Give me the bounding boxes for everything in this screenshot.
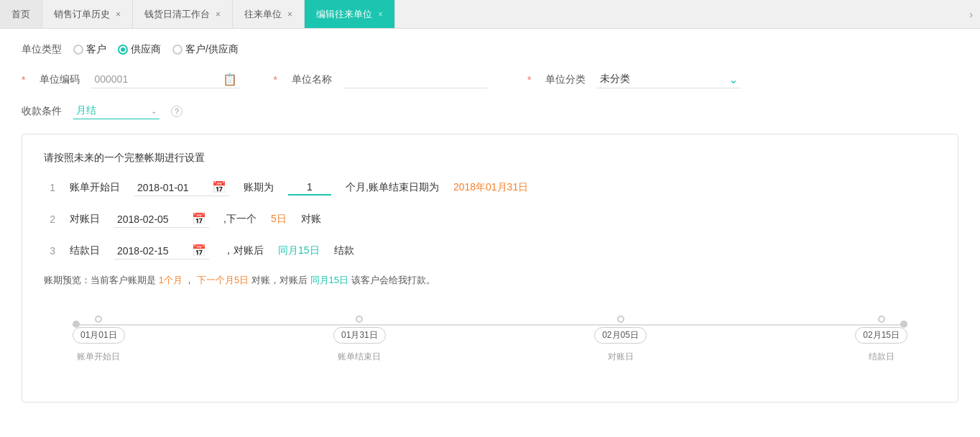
row-2-cal-icon[interactable]: 📅: [192, 212, 206, 226]
payment-label: 收款条件: [22, 105, 62, 118]
point-date-0: 01月01日: [73, 327, 125, 344]
row-1-date-input[interactable]: [137, 182, 209, 193]
timeline-point-3: 02月15日 结款日: [855, 316, 907, 363]
tab-edit-partner[interactable]: 编辑往来单位 ×: [305, 0, 395, 28]
unit-name-required: *: [273, 74, 277, 86]
radio-customer[interactable]: 客户: [73, 43, 106, 56]
point-date-3: 02月15日: [855, 327, 907, 344]
preview-suffix: 该客户会给我打款。: [351, 275, 435, 285]
main-content: 单位类型 客户 供应商 客户/供应商 * 单位编码 📋 * 单位名称 河南供应商…: [0, 29, 980, 437]
period-label: 账期为: [244, 181, 274, 194]
help-icon[interactable]: ?: [171, 106, 182, 117]
point-label-0: 账单开始日: [77, 351, 120, 363]
row-1-date-wrap: 📅: [134, 179, 229, 196]
row-2-highlight: 5日: [271, 213, 287, 226]
setting-row-2: 2 对账日 📅 ,下一个 5日 对账: [44, 211, 936, 228]
unit-class-label: 单位分类: [545, 73, 586, 86]
timeline-point-2: 02月05日 对账日: [594, 316, 647, 363]
row-3-num: 3: [44, 245, 55, 257]
preview-prefix: 账期预览：当前客户账期是: [44, 275, 156, 285]
tab-home[interactable]: 首页: [0, 0, 42, 28]
unit-name-label: 单位名称: [292, 73, 332, 86]
row-3-suffix3: 结款: [334, 244, 354, 257]
radio-supplier-label: 供应商: [131, 43, 161, 56]
unit-name-input[interactable]: 河南供应商22: [343, 70, 487, 88]
row-2-date-wrap: 📅: [114, 211, 209, 228]
row-2-suffix1: ,下一个: [223, 213, 256, 226]
payment-dropdown-icon: ⌄: [151, 107, 157, 115]
radio-customer-circle: [73, 45, 83, 55]
tab-cash-work[interactable]: 钱货日清工作台 ×: [133, 0, 233, 28]
period-unit: 个月,账单结束日期为: [346, 181, 439, 194]
row-3-label: 结款日: [70, 244, 100, 257]
tab-edit-partner-close[interactable]: ×: [378, 9, 383, 19]
tab-bar: 首页 销售订单历史 × 钱货日清工作台 × 往来单位 × 编辑往来单位 × ›: [0, 0, 980, 29]
point-label-3: 结款日: [869, 351, 895, 363]
tab-partner-label: 往来单位: [244, 8, 282, 21]
unit-code-input-wrap: 📋: [91, 71, 240, 88]
radio-supplier[interactable]: 供应商: [118, 43, 161, 56]
radio-both[interactable]: 客户/供应商: [172, 43, 239, 56]
row-1-num: 1: [44, 182, 55, 193]
radio-supplier-circle: [118, 45, 128, 55]
timeline: 01月01日 账单开始日 01月31日 账单结束日 02月05日 对账日 02月…: [44, 301, 936, 385]
point-dot-3: [878, 316, 885, 323]
tab-partner[interactable]: 往来单位 ×: [233, 0, 305, 28]
row-2-num: 2: [44, 213, 55, 225]
point-dot-2: [617, 316, 624, 323]
tab-more-button[interactable]: ›: [962, 0, 980, 28]
radio-both-label: 客户/供应商: [185, 43, 239, 56]
unit-type-label: 单位类型: [22, 43, 62, 56]
setting-row-3: 3 结款日 📅 ，对账后 同月15日 结款: [44, 242, 936, 259]
unit-info-row: * 单位编码 📋 * 单位名称 河南供应商22 * 单位分类 未分类 ⌄: [22, 70, 958, 88]
point-date-1: 01月31日: [333, 327, 386, 344]
unit-code-label: 单位编码: [40, 73, 80, 86]
preview-part3: 同月15日: [310, 275, 348, 285]
tab-sales-history-close[interactable]: ×: [116, 9, 121, 19]
radio-group-unit-type: 客户 供应商 客户/供应商: [73, 43, 239, 56]
row-3-suffix1: ，对账后: [223, 244, 264, 257]
tab-cash-work-label: 钱货日清工作台: [144, 8, 210, 21]
point-dot-0: [95, 316, 102, 323]
point-date-2: 02月05日: [594, 327, 647, 344]
unit-code-input[interactable]: [94, 73, 220, 85]
preview-text: 账期预览：当前客户账期是 1个月 ， 下一个月5日 对账，对账后 同月15日 该…: [44, 274, 936, 287]
timeline-points: 01月01日 账单开始日 01月31日 账单结束日 02月05日 对账日 02月…: [73, 316, 907, 363]
preview-part2: 下一个月5日: [197, 275, 249, 285]
tab-sales-history[interactable]: 销售订单历史 ×: [42, 0, 133, 28]
point-dot-1: [356, 316, 363, 323]
row-3-date-wrap: 📅: [114, 242, 209, 259]
radio-both-circle: [172, 45, 182, 55]
row-2-suffix3: 对账: [301, 213, 321, 226]
row-2-label: 对账日: [70, 213, 100, 226]
unit-code-icon[interactable]: 📋: [223, 73, 237, 86]
setting-row-1: 1 账单开始日 📅 账期为 个月,账单结束日期为 2018年01月31日: [44, 179, 936, 196]
unit-class-value: 未分类: [600, 73, 729, 86]
point-label-2: 对账日: [608, 351, 634, 363]
period-input[interactable]: [288, 180, 331, 196]
preview-part1: 1个月: [159, 275, 182, 285]
row-3-date-input[interactable]: [117, 245, 189, 257]
point-label-1: 账单结束日: [338, 351, 381, 363]
row-1-label: 账单开始日: [70, 181, 120, 194]
unit-class-dropdown-icon: ⌄: [729, 73, 738, 86]
unit-code-required: *: [22, 74, 25, 86]
unit-class-required: *: [527, 74, 531, 86]
tab-home-label: 首页: [11, 8, 30, 21]
payment-select[interactable]: 月结 ⌄: [73, 103, 160, 119]
timeline-point-0: 01月01日 账单开始日: [73, 316, 125, 363]
box-title: 请按照未来的一个完整帐期进行设置: [44, 152, 936, 165]
payment-row: 收款条件 月结 ⌄ ?: [22, 103, 958, 119]
tab-edit-partner-label: 编辑往来单位: [316, 8, 372, 21]
row-2-date-input[interactable]: [117, 213, 189, 225]
unit-class-select[interactable]: 未分类 ⌄: [597, 71, 741, 88]
row-1-cal-icon[interactable]: 📅: [212, 180, 226, 194]
tab-cash-work-close[interactable]: ×: [216, 9, 221, 19]
tab-sales-history-label: 销售订单历史: [54, 8, 110, 21]
period-end: 2018年01月31日: [453, 181, 528, 194]
tab-partner-close[interactable]: ×: [287, 9, 292, 19]
row-3-cal-icon[interactable]: 📅: [192, 244, 206, 257]
preview-sep2: 对账，对账后: [251, 275, 308, 285]
preview-sep1: ，: [185, 275, 194, 285]
timeline-point-1: 01月31日 账单结束日: [333, 316, 386, 363]
